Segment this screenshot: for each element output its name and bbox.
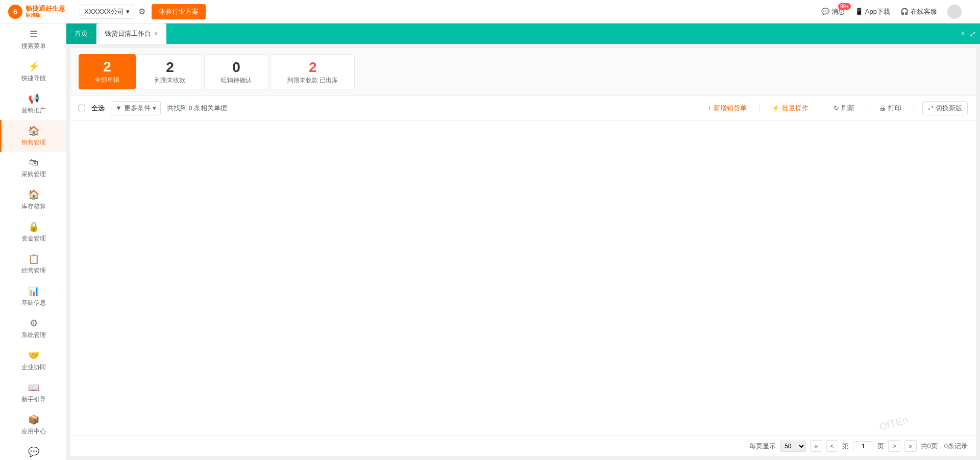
- card-overdue[interactable]: 2到期未收款: [138, 54, 202, 89]
- sidebar-label-finance: 资金管理: [21, 234, 46, 243]
- sidebar-icon-wechat: 💬: [28, 446, 39, 457]
- page-label: 第: [842, 442, 849, 451]
- sidebar-item-inventory[interactable]: 🏠库存核算: [0, 184, 66, 216]
- tab-bar: 首页 钱货日清工作台 × × ⤢: [66, 23, 980, 44]
- sidebar-label-operations: 经营管理: [21, 267, 46, 275]
- sidebar-label-marketing: 营销推广: [21, 106, 46, 115]
- sidebar-item-finance[interactable]: 🔒资金管理: [0, 216, 66, 248]
- page-input[interactable]: [853, 441, 873, 451]
- sidebar-label-coop: 企业协同: [21, 363, 46, 372]
- main-content: 首页 钱货日清工作台 × × ⤢ 2全部单据2到期未收款0旺辅待确认2到期未收款…: [66, 23, 980, 460]
- print-label: 打印: [888, 104, 901, 113]
- select-all-label: 全选: [91, 104, 105, 113]
- divider-3: [867, 104, 867, 112]
- sidebar-item-purchase[interactable]: 🛍采购管理: [0, 152, 66, 184]
- work-area: 2全部单据2到期未收款0旺辅待确认2到期未收款 已出库 全选 ▼ 更多条件 ▾ …: [70, 48, 976, 456]
- table-area: [70, 121, 976, 435]
- next-page-btn[interactable]: >: [888, 440, 900, 452]
- tab-close-icon[interactable]: ×: [154, 30, 158, 37]
- pagination: 每页显示 102050100 « < 第 页 > » 共0页，0条记录: [70, 435, 976, 456]
- tab-active[interactable]: 钱货日清工作台 ×: [96, 23, 166, 44]
- logo-area: 6 畅捷通好生意 标准版: [8, 5, 75, 19]
- sidebar-icon-finance: 🔒: [28, 221, 39, 232]
- sidebar-icon-sales: 🏠: [28, 125, 39, 136]
- print-btn[interactable]: 🖨 打印: [875, 102, 905, 115]
- sidebar-label-basic-info: 基础信息: [21, 299, 46, 307]
- sidebar-item-app-center[interactable]: 📦应用中心: [0, 409, 66, 441]
- online-service-btn[interactable]: 🎧 在线客服: [900, 7, 937, 16]
- headset-icon: 🎧: [900, 8, 909, 15]
- sidebar-item-guide[interactable]: 📖新手引导: [0, 377, 66, 409]
- sidebar-item-marketing[interactable]: 📢营销推广: [0, 88, 66, 120]
- tab-minimize-btn[interactable]: ×: [961, 29, 965, 38]
- card-label-overdue: 到期未收款: [155, 76, 185, 85]
- sidebar-icon-purchase: 🛍: [29, 157, 38, 168]
- last-page-btn[interactable]: »: [904, 440, 916, 452]
- print-icon: 🖨: [879, 104, 886, 112]
- card-num-overdue-shipped: 2: [309, 59, 317, 76]
- sidebar-item-sales[interactable]: 🏠销售管理: [0, 120, 66, 152]
- card-num-all: 2: [103, 58, 111, 76]
- sidebar-icon-operations: 📋: [28, 253, 39, 264]
- refresh-icon: ↻: [834, 104, 839, 112]
- chevron-down-icon: ▾: [126, 8, 130, 15]
- prev-page-btn[interactable]: <: [826, 440, 839, 452]
- try-btn[interactable]: 体验行业方案: [152, 4, 206, 19]
- card-all[interactable]: 2全部单据: [79, 54, 136, 89]
- app-dl-label: App下载: [865, 7, 890, 16]
- card-label-all: 全部单据: [95, 76, 119, 84]
- sidebar-item-system[interactable]: ⚙系统管理: [0, 312, 66, 345]
- card-overdue-shipped[interactable]: 2到期未收款 已出库: [271, 54, 355, 89]
- select-all-checkbox[interactable]: [79, 105, 85, 111]
- sidebar-item-coop[interactable]: 🤝企业协同: [0, 345, 66, 377]
- company-select[interactable]: XXXXXX公司 ▾: [80, 5, 134, 19]
- switch-version-btn[interactable]: ⇄ 切换新版: [922, 101, 968, 115]
- header-right: 💬 消息 99+ 📱 App下载 🎧 在线客服: [821, 5, 972, 19]
- sidebar-icon-quick-nav: ⚡: [28, 61, 39, 72]
- sidebar-label-search-menu: 搜索菜单: [21, 42, 46, 51]
- avatar[interactable]: [947, 5, 962, 19]
- sidebar-label-system: 系统管理: [21, 331, 46, 340]
- switch-label: 切换新版: [936, 104, 962, 113]
- company-name: XXXXXX公司: [84, 7, 124, 16]
- sidebar-icon-inventory: 🏠: [28, 189, 39, 200]
- new-sale-btn[interactable]: + 新增销货单: [704, 102, 751, 115]
- card-pending[interactable]: 0旺辅待确认: [204, 54, 268, 89]
- settings-icon[interactable]: ⚙: [138, 7, 145, 16]
- tab-home[interactable]: 首页: [66, 23, 96, 44]
- divider-2: [821, 104, 821, 112]
- divider-4: [914, 104, 914, 112]
- filter-icon: ▼: [115, 104, 122, 112]
- tab-maximize-btn[interactable]: ⤢: [969, 29, 976, 39]
- sidebar-item-operations[interactable]: 📋经营管理: [0, 248, 66, 280]
- summary-cards: 2全部单据2到期未收款0旺辅待确认2到期未收款 已出库: [70, 48, 976, 96]
- batch-label: 批量操作: [782, 104, 808, 113]
- found-text: 共找到 0 条相关单据: [167, 104, 227, 113]
- sidebar-item-basic-info[interactable]: 📊基础信息: [0, 280, 66, 312]
- msg-icon: 💬: [821, 8, 829, 15]
- logo-icon: 6: [8, 5, 22, 19]
- page-size-select[interactable]: 102050100: [780, 441, 806, 452]
- batch-btn[interactable]: ⚡ 批量操作: [768, 102, 813, 115]
- card-label-overdue-shipped: 到期未收款 已出库: [287, 76, 338, 85]
- first-page-btn[interactable]: «: [810, 440, 822, 452]
- sidebar-label-app-center: 应用中心: [21, 427, 46, 436]
- sidebar-icon-basic-info: 📊: [28, 285, 39, 297]
- sidebar-icon-system: ⚙: [30, 318, 38, 329]
- found-prefix: 共找到: [167, 104, 187, 112]
- app-dl-icon: 📱: [855, 8, 863, 15]
- logo-text: 畅捷通好生意 标准版: [26, 5, 65, 19]
- app-dl-btn[interactable]: 📱 App下载: [855, 7, 890, 16]
- filter-btn[interactable]: ▼ 更多条件 ▾: [111, 101, 161, 115]
- tab-active-label: 钱货日清工作台: [105, 29, 151, 38]
- sidebar-icon-guide: 📖: [28, 382, 39, 393]
- card-num-pending: 0: [232, 59, 240, 76]
- batch-icon: ⚡: [772, 104, 780, 112]
- sidebar-label-quick-nav: 快捷导航: [21, 74, 46, 83]
- refresh-btn[interactable]: ↻ 刷新: [829, 102, 859, 115]
- msg-btn[interactable]: 💬 消息 99+: [821, 7, 845, 16]
- sidebar-item-wechat[interactable]: 💬企业微信: [0, 441, 66, 460]
- sidebar-label-guide: 新手引导: [21, 395, 46, 404]
- sidebar-item-search-menu[interactable]: ☰搜索菜单: [0, 23, 66, 56]
- sidebar-item-quick-nav[interactable]: ⚡快捷导航: [0, 56, 66, 88]
